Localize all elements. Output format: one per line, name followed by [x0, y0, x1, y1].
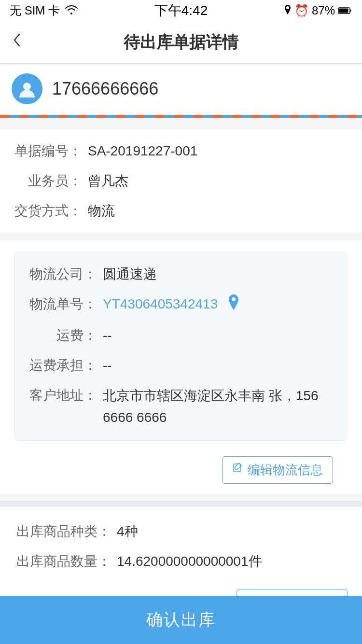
edit-btn-row: 编辑物流信息: [14, 448, 348, 493]
order-no-label: 单据编号：: [14, 141, 82, 161]
status-bar: 无 SIM 卡 下午4:42 ⏰ 87%: [0, 0, 362, 21]
freight-value: --: [103, 325, 333, 346]
logistics-company-label: 物流公司：: [29, 264, 97, 284]
alarm-icon: ⏰: [294, 4, 309, 17]
tracking-no-row: 物流单号： YT43064053424​13: [29, 294, 333, 316]
logistics-company-value: 圆通速递: [103, 264, 333, 284]
status-time: 下午4:42: [154, 1, 208, 20]
goods-type-row: 出库商品种类： 4种: [14, 521, 348, 542]
goods-quantity-value: 14.620000000000001件: [117, 551, 348, 572]
salesperson-label: 业务员：: [14, 171, 82, 191]
order-no-row: 单据编号： SA-20191227-001: [14, 141, 348, 161]
freight-bearer-value: --: [103, 355, 333, 376]
order-no-value: SA-20191227-001: [88, 141, 348, 161]
status-left: 无 SIM 卡: [10, 3, 78, 18]
address-row: 客户地址： 北京市市辖区海淀区永丰南 张，156 6666 6666: [29, 385, 333, 429]
delivery-method-label: 交货方式：: [14, 201, 82, 221]
delivery-method-value: 物流: [88, 201, 348, 221]
goods-type-value: 4种: [117, 521, 348, 542]
freight-bearer-label: 运费承担：: [29, 355, 97, 376]
status-right: ⏰ 87%: [284, 4, 352, 17]
goods-quantity-row: 出库商品数量： 14.620000000000001件: [14, 551, 348, 572]
location-status-icon: [284, 4, 292, 17]
logistics-company-row: 物流公司： 圆通速递: [29, 264, 333, 284]
customer-phone: 17666666666: [52, 79, 158, 99]
salesperson-value: 曾凡杰: [88, 171, 348, 191]
page-title: 待出库单据详情: [124, 31, 238, 54]
delivery-method-row: 交货方式： 物流: [14, 201, 348, 221]
section-divider: [0, 501, 362, 507]
logistics-section: 物流公司： 圆通速递 物流单号： YT43064053424​13 运费： --…: [0, 240, 362, 493]
nav-bar: 待出库单据详情: [0, 21, 362, 64]
svg-rect-1: [339, 9, 348, 13]
confirm-btn-container: 确认出库: [0, 596, 362, 644]
freight-row: 运费： --: [29, 325, 333, 346]
confirm-outbound-button[interactable]: 确认出库: [0, 596, 362, 644]
battery-label: 87%: [312, 4, 335, 17]
freight-label: 运费：: [29, 325, 97, 346]
wifi-icon: [65, 4, 78, 17]
order-info-section: 单据编号： SA-20191227-001 业务员： 曾凡杰 交货方式： 物流: [0, 129, 362, 233]
edit-logistics-button[interactable]: 编辑物流信息: [222, 456, 333, 484]
edit-icon: [232, 462, 244, 477]
address-value: 北京市市辖区海淀区永丰南 张，156 6666 6666: [103, 385, 333, 429]
customer-header: 17666666666: [0, 64, 362, 114]
svg-point-2: [23, 83, 31, 90]
goods-type-label: 出库商品种类：: [14, 521, 111, 542]
customer-avatar: [12, 73, 42, 104]
freight-bearer-row: 运费承担： --: [29, 355, 333, 376]
goods-quantity-label: 出库商品数量：: [14, 551, 111, 572]
carrier-label: 无 SIM 卡: [10, 3, 60, 18]
back-button[interactable]: [12, 30, 23, 54]
goods-section: 出库商品种类： 4种 出库商品数量： 14.620000000000001件: [0, 507, 362, 581]
address-label: 客户地址：: [29, 385, 97, 406]
tracking-no-label: 物流单号：: [29, 294, 97, 314]
tracking-location-icon[interactable]: [227, 294, 240, 316]
battery-icon: [338, 4, 352, 17]
salesperson-row: 业务员： 曾凡杰: [14, 171, 348, 191]
logistics-card: 物流公司： 圆通速递 物流单号： YT43064053424​13 运费： --…: [14, 252, 348, 441]
dashed-divider: [0, 115, 362, 118]
tracking-no-value: YT43064053424​13: [103, 294, 333, 316]
